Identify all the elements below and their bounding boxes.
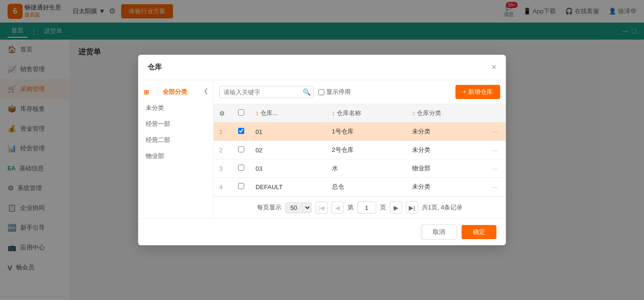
- page-label: 第: [347, 203, 354, 212]
- table-toolbar: 🔍 显示停用 + 新增仓库: [214, 80, 506, 104]
- row-code: 01: [250, 123, 326, 141]
- category-uncategorized[interactable]: 未分类: [138, 100, 213, 116]
- collapse-icon[interactable]: 《: [201, 88, 207, 96]
- add-warehouse-button[interactable]: + 新增仓库: [455, 85, 500, 99]
- modal-overlay: 仓库 × ⊞ 全部分类 《 未分类 经营一部 经营二部: [0, 0, 644, 300]
- page-input[interactable]: [357, 201, 376, 214]
- pagination: 每页显示 50 100 200 |◀ ◀ 第 页 ▶ ▶| 共1页, 4条记录: [214, 196, 506, 218]
- page-first-btn[interactable]: |◀: [315, 201, 328, 214]
- row-checkbox[interactable]: [238, 183, 244, 189]
- warehouse-modal: 仓库 × ⊞ 全部分类 《 未分类 经营一部 经营二部: [138, 55, 506, 245]
- row-checkbox-cell: [232, 178, 250, 196]
- modal-close-button[interactable]: ×: [491, 62, 496, 72]
- row-name: 2号仓库: [326, 141, 407, 159]
- warehouse-table-panel: 🔍 显示停用 + 新增仓库 ⚙: [214, 80, 506, 218]
- all-categories-icon: ⊞: [144, 89, 149, 96]
- page-last-btn[interactable]: ▶|: [406, 201, 418, 214]
- row-actions[interactable]: ···: [487, 123, 506, 141]
- warehouse-table-wrap: ⚙ ↕ 仓库... ↕: [214, 104, 506, 196]
- table-header-row: ⚙ ↕ 仓库... ↕: [214, 104, 506, 123]
- table-row[interactable]: 2 02 2号仓库 未分类 ···: [214, 141, 506, 159]
- row-num: 3: [214, 159, 232, 178]
- row-actions[interactable]: ···: [487, 141, 506, 159]
- table-row[interactable]: 1 01 1号仓库 未分类 ···: [214, 123, 506, 141]
- col-code[interactable]: ↕ 仓库...: [250, 104, 326, 123]
- table-row[interactable]: 4 DEFAULT 总仓 未分类 ···: [214, 178, 506, 196]
- category-dept1[interactable]: 经营一部: [138, 116, 213, 132]
- per-page-select[interactable]: 50 100 200: [285, 202, 312, 213]
- warehouse-table-body: 1 01 1号仓库 未分类 ··· 2 02 2号仓库 未分类 ··· 3 03…: [214, 123, 506, 196]
- row-code: DEFAULT: [250, 178, 326, 196]
- modal-body: ⊞ 全部分类 《 未分类 经营一部 经营二部 物业部: [138, 80, 506, 218]
- col-settings: ⚙: [214, 104, 232, 123]
- search-wrap: 🔍: [219, 86, 314, 98]
- confirm-button[interactable]: 确定: [462, 225, 496, 239]
- category-panel: ⊞ 全部分类 《 未分类 经营一部 经营二部 物业部: [138, 80, 214, 218]
- page-prev-btn[interactable]: ◀: [331, 201, 344, 214]
- row-checkbox[interactable]: [238, 128, 244, 134]
- show-disabled-checkbox[interactable]: [318, 89, 324, 95]
- row-checkbox[interactable]: [238, 165, 244, 171]
- row-num: 2: [214, 141, 232, 159]
- col-settings-icon[interactable]: ⚙: [219, 110, 225, 117]
- modal-title: 仓库: [148, 63, 162, 72]
- row-code: 03: [250, 159, 326, 178]
- row-checkbox[interactable]: [238, 146, 244, 152]
- row-category: 未分类: [406, 123, 487, 141]
- row-category: 未分类: [406, 178, 487, 196]
- row-name: 1号仓库: [326, 123, 407, 141]
- category-property[interactable]: 物业部: [138, 148, 213, 164]
- row-num: 4: [214, 178, 232, 196]
- row-checkbox-cell: [232, 141, 250, 159]
- modal-header: 仓库 ×: [138, 55, 506, 80]
- warehouse-table: ⚙ ↕ 仓库... ↕: [214, 104, 506, 196]
- table-row[interactable]: 3 03 水 物业部 ···: [214, 159, 506, 178]
- search-input[interactable]: [223, 89, 303, 96]
- row-checkbox-cell: [232, 123, 250, 141]
- row-category: 未分类: [406, 141, 487, 159]
- per-page-label: 每页显示: [257, 203, 281, 212]
- row-actions[interactable]: ···: [487, 178, 506, 196]
- col-name[interactable]: ↕ 仓库名称: [326, 104, 407, 123]
- row-code: 02: [250, 141, 326, 159]
- category-dept2[interactable]: 经营二部: [138, 132, 213, 148]
- select-all-checkbox[interactable]: [238, 109, 244, 116]
- row-name: 水: [326, 159, 407, 178]
- page-next-btn[interactable]: ▶: [390, 201, 402, 214]
- all-categories-header[interactable]: ⊞ 全部分类 《: [138, 84, 213, 100]
- col-category[interactable]: ↕ 仓库分类: [406, 104, 487, 123]
- row-name: 总仓: [326, 178, 407, 196]
- modal-footer: 取消 确定: [138, 218, 506, 245]
- row-actions[interactable]: ···: [487, 159, 506, 178]
- col-checkbox: [232, 104, 250, 123]
- row-num: 1: [214, 123, 232, 141]
- show-disabled-label[interactable]: 显示停用: [318, 88, 351, 96]
- page-unit: 页: [380, 203, 386, 212]
- row-checkbox-cell: [232, 159, 250, 178]
- search-icon[interactable]: 🔍: [303, 88, 311, 96]
- cancel-button[interactable]: 取消: [421, 225, 457, 240]
- total-info: 共1页, 4条记录: [422, 203, 463, 212]
- row-category: 物业部: [406, 159, 487, 178]
- col-actions: [487, 104, 506, 123]
- all-categories-label: 全部分类: [163, 88, 187, 96]
